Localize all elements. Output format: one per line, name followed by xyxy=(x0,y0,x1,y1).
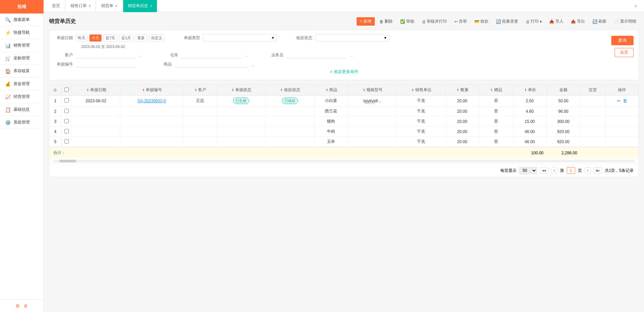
doc-status: 已生效 xyxy=(217,96,265,106)
import-button[interactable]: 📥 导入 xyxy=(547,17,566,26)
th-amount[interactable]: 金额 xyxy=(547,85,580,96)
goods: 猪肉 xyxy=(314,116,348,127)
sidebar-item-system-mgmt[interactable]: ⚙️ 系统管理 xyxy=(0,116,44,129)
staff-ellipsis[interactable]: … xyxy=(349,53,353,57)
sidebar: 拓维 🔍 搜索菜单 ⚡ 快捷导航 📊 销售管理 🛒 采购管理 🏠 库存核算 💰 … xyxy=(0,0,44,312)
abandon-button[interactable]: ↩ 弃审 xyxy=(452,17,470,26)
sales-unit: 千克 xyxy=(397,96,445,106)
horizontal-scrollbar[interactable] xyxy=(53,160,635,162)
table-body: 12023-06-02SA-20230602-0王总已生效已收款小白菜tyjyj… xyxy=(49,96,639,147)
sidebar-item-inventory[interactable]: 🏠 库存核算 xyxy=(0,65,44,78)
goods-input[interactable] xyxy=(174,61,249,68)
table-row: 5玉米千克20.00否46.00920.00 xyxy=(49,137,639,147)
th-gift[interactable]: ⬆ 赠品 xyxy=(479,85,513,96)
sales-unit: 千克 xyxy=(397,116,445,127)
th-pay-status[interactable]: ⬆ 收款状态 xyxy=(265,85,314,96)
tab-home[interactable]: 首页 xyxy=(47,0,65,12)
sidebar-collapse-btn[interactable]: ⏸ xyxy=(23,303,28,309)
tab-close-all-btn[interactable]: × xyxy=(631,3,641,9)
refresh-icon: 🔃 xyxy=(592,19,597,24)
th-transaction[interactable]: 交货 xyxy=(580,85,606,96)
prev-page-btn[interactable]: ‹ xyxy=(551,167,557,174)
settings-icon[interactable]: ⚙ xyxy=(53,88,57,93)
1month-btn[interactable]: 近1月 xyxy=(119,34,133,42)
warehouse-ellipsis[interactable]: … xyxy=(244,53,248,57)
scrollbar-thumb[interactable] xyxy=(59,160,76,162)
unit-price: 4.80 xyxy=(513,106,547,116)
th-doc-date[interactable]: ⬆ 单据日期 xyxy=(72,85,120,96)
edit-action-btn[interactable]: ✏ xyxy=(617,98,621,103)
today-btn[interactable]: 今天 xyxy=(89,34,102,42)
last-page-btn[interactable]: ⏭ xyxy=(593,167,602,174)
pay-status-select[interactable]: ▾ xyxy=(315,34,389,42)
select-all-checkbox[interactable] xyxy=(64,87,69,92)
sidebar-item-sales-mgmt[interactable]: 📊 销售管理 xyxy=(0,39,44,52)
export-button[interactable]: 📤 导出 xyxy=(568,17,588,26)
th-qty[interactable]: ⬆ 数量 xyxy=(445,85,479,96)
th-checkbox[interactable] xyxy=(61,85,72,96)
th-doc-status[interactable]: ⬆ 单据状态 xyxy=(217,85,265,96)
th-spec[interactable]: ⬆ 规格型号 xyxy=(348,85,396,96)
sidebar-item-finance[interactable]: 💰 资金管理 xyxy=(0,78,44,90)
th-unit-price[interactable]: ⬆ 单价 xyxy=(513,85,547,96)
sidebar-item-basic-info[interactable]: 📋 基础信息 xyxy=(0,103,44,116)
th-customer[interactable]: ⬆ 客户 xyxy=(183,85,217,96)
goods-ellipsis[interactable]: … xyxy=(251,62,255,67)
page-size-select[interactable]: 50 100 200 xyxy=(519,167,537,174)
more-btn[interactable]: 更多 xyxy=(135,34,147,42)
review-print-button[interactable]: 🖨 审核并打印 xyxy=(419,17,450,26)
customer-ellipsis[interactable]: … xyxy=(139,53,143,57)
row-num: 5 xyxy=(49,137,61,147)
row-checkbox-input[interactable] xyxy=(64,109,69,113)
tab-sales-history-close[interactable]: × xyxy=(150,4,152,8)
row-checkbox-input[interactable] xyxy=(64,129,69,133)
sidebar-item-operation[interactable]: 📈 经营管理 xyxy=(0,90,44,103)
new-button[interactable]: + 新增 xyxy=(357,17,375,26)
print-button[interactable]: 🖨 打印 ▾ xyxy=(523,17,544,26)
collapse-button[interactable]: ∧ 收起更多条件 xyxy=(54,68,634,76)
amount: 920.00 xyxy=(547,137,580,147)
doc-type-select[interactable]: ▾ xyxy=(203,34,277,42)
tab-sales-goods[interactable]: 销货单 × xyxy=(96,0,122,12)
unit-price: 46.00 xyxy=(513,137,547,147)
sidebar-item-quick-nav[interactable]: ⚡ 快捷导航 xyxy=(0,26,44,39)
query-button[interactable]: 查询 xyxy=(611,36,634,45)
yesterday-btn[interactable]: 昨天 xyxy=(76,34,88,42)
row-checkbox-input[interactable] xyxy=(64,119,69,123)
first-page-btn[interactable]: ⏮ xyxy=(540,167,549,174)
tab-sales-history[interactable]: 销货单历史 × xyxy=(123,0,157,12)
review-button[interactable]: ✅ 审核 xyxy=(397,17,417,26)
7days-btn[interactable]: 近7天 xyxy=(103,34,117,42)
purchase-icon: 🛒 xyxy=(5,56,11,61)
refresh-button[interactable]: 🔃 刷新 xyxy=(590,17,609,26)
th-goods[interactable]: ⬆ 商品 xyxy=(314,85,348,96)
delete-action-btn[interactable]: 🗑 xyxy=(623,98,627,103)
batch-change-button[interactable]: 🔄 批量变更 xyxy=(493,17,521,26)
th-doc-no[interactable]: ⬆ 单据编号 xyxy=(120,85,183,96)
sidebar-item-purchase-mgmt[interactable]: 🛒 采购管理 xyxy=(0,52,44,65)
warehouse-input[interactable] xyxy=(181,52,242,58)
setting-button[interactable]: 设置 xyxy=(615,48,634,57)
sidebar-item-search-menu[interactable]: 🔍 搜索菜单 xyxy=(0,14,44,26)
custom-btn[interactable]: 自定义 xyxy=(149,34,165,42)
staff-input[interactable] xyxy=(286,52,347,58)
delete-button[interactable]: 🗑 删除 xyxy=(377,17,395,26)
tab-sales-order-close[interactable]: × xyxy=(89,4,91,8)
tab-sales-order[interactable]: 销售订单 × xyxy=(66,0,96,12)
tab-sales-goods-close[interactable]: × xyxy=(115,4,117,8)
row-checkbox-input[interactable] xyxy=(64,98,69,103)
footer-total-qty: 100.00 xyxy=(375,151,550,155)
doc-no-input[interactable] xyxy=(76,61,136,68)
unit-price: 15.00 xyxy=(513,116,547,127)
customer-input[interactable] xyxy=(76,52,136,58)
next-page-btn[interactable]: › xyxy=(585,167,591,174)
th-sales-unit[interactable]: ⬆ 销售单位 xyxy=(397,85,445,96)
th-settings[interactable]: ⚙ xyxy=(49,85,61,96)
show-detail-button[interactable]: 📄 显示明细 xyxy=(611,17,639,26)
doc-no-label: 单据编号 xyxy=(54,61,73,67)
row-checkbox-input[interactable] xyxy=(64,139,69,144)
collect-button[interactable]: 💳 收款 xyxy=(472,17,491,26)
pay-status xyxy=(265,137,314,147)
sidebar-settings-btn[interactable]: ⚙ xyxy=(16,303,20,309)
doc-no-link[interactable]: SA-20230602-0 xyxy=(137,99,166,103)
